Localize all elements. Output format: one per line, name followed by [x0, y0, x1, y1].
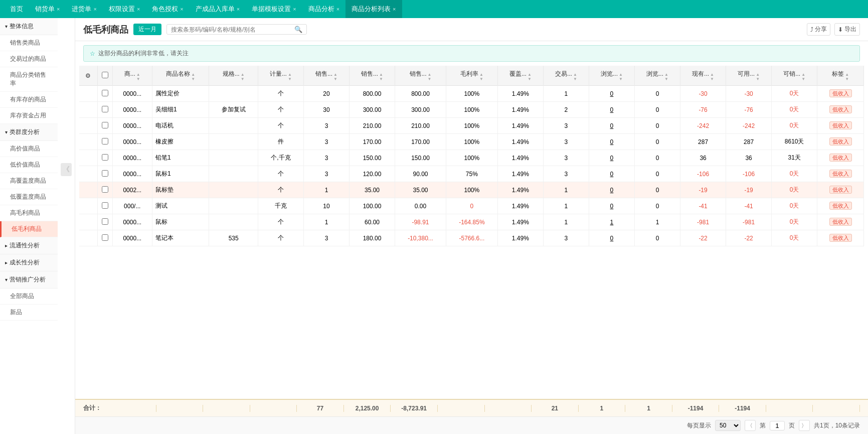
cell-available-stock: -41	[726, 198, 772, 214]
nav-item-product-entry[interactable]: 产成品入库单 ×	[190, 0, 246, 18]
col-settings[interactable]: ⚙	[79, 66, 97, 86]
col-code[interactable]: 商...▲▼	[112, 66, 152, 86]
cell-view1[interactable]: 0	[589, 102, 634, 118]
row-checkbox[interactable]	[102, 186, 108, 193]
close-icon[interactable]: ×	[57, 6, 60, 12]
search-input[interactable]	[171, 26, 294, 33]
search-icon: 🔍	[294, 26, 302, 33]
cell-view2: 0	[634, 182, 680, 198]
col-unit[interactable]: 计量...▲▼	[258, 66, 303, 86]
row-checkbox[interactable]	[102, 170, 108, 177]
per-page-select[interactable]: 50 100 200	[715, 420, 741, 431]
page-number-input[interactable]	[770, 421, 785, 430]
select-all-checkbox[interactable]	[102, 72, 108, 78]
share-button[interactable]: ⤴ 分享	[807, 23, 830, 36]
nav-item-roles[interactable]: 角色授权 ×	[146, 0, 189, 18]
col-saleable[interactable]: 可销...▲▼	[772, 66, 817, 86]
cell-sales-qty: 3	[303, 118, 349, 134]
close-icon[interactable]: ×	[393, 6, 396, 12]
sidebar-collapse-button[interactable]: 《	[61, 163, 72, 176]
nav-item-sales[interactable]: 销货单 ×	[29, 0, 66, 18]
cell-view1[interactable]: 0	[589, 198, 634, 214]
sidebar-group-cluster[interactable]: ▾ 类群度分析	[0, 124, 58, 141]
cell-settings	[79, 198, 97, 214]
sidebar-item-sales-goods[interactable]: 销售类商品	[0, 35, 58, 51]
close-icon[interactable]: ×	[137, 6, 140, 12]
nav-item-product-analysis-list[interactable]: 商品分析列表 ×	[345, 0, 402, 18]
close-icon[interactable]: ×	[180, 6, 183, 12]
cell-available-stock: -106	[726, 166, 772, 182]
close-icon[interactable]: ×	[336, 6, 339, 12]
close-icon[interactable]: ×	[237, 6, 240, 12]
sidebar-item-high-value[interactable]: 高价值商品	[0, 141, 58, 157]
col-view2[interactable]: 浏览...▲▼	[634, 66, 680, 86]
alert-icon: ☆	[90, 50, 95, 57]
sidebar-group-growth[interactable]: ▸ 成长性分析	[0, 254, 58, 271]
col-gross-margin[interactable]: 毛利率▲▼	[446, 66, 497, 86]
sidebar-item-low-margin[interactable]: 低毛利商品	[0, 221, 58, 237]
nav-item-home[interactable]: 首页	[4, 0, 29, 18]
nav-item-template[interactable]: 单据模板设置 ×	[246, 0, 302, 18]
sidebar-item-in-stock[interactable]: 有库存的商品	[0, 92, 58, 108]
cell-view1[interactable]: 0	[589, 86, 634, 102]
cell-coverage: 1.49%	[497, 150, 543, 166]
prev-page-button[interactable]: 〈	[745, 420, 756, 431]
sidebar-item-high-coverage[interactable]: 高覆盖度商品	[0, 173, 58, 189]
row-checkbox[interactable]	[102, 234, 108, 241]
main-content: 低毛利商品 近一月 🔍 ⤴ 分享 ⬇ 导出 ☆ 这部分商品的利润非常低，请关注	[75, 18, 868, 434]
col-coverage[interactable]: 覆盖...▲▼	[497, 66, 543, 86]
sidebar-group-overall[interactable]: ▾ 整体信息	[0, 18, 58, 35]
col-sales-price[interactable]: 销售...▲▼	[350, 66, 395, 86]
col-name[interactable]: 商品名称▲▼	[152, 66, 209, 86]
cell-code: 0000...	[112, 230, 152, 246]
cell-view1[interactable]: 0	[589, 230, 634, 246]
cell-view1[interactable]: 0	[589, 118, 634, 134]
cell-current-stock: -242	[680, 118, 726, 134]
footer-spacer2	[156, 405, 204, 412]
row-checkbox[interactable]	[102, 218, 108, 225]
close-icon[interactable]: ×	[93, 6, 96, 12]
close-icon[interactable]: ×	[293, 6, 296, 12]
cell-view1[interactable]: 0	[589, 134, 634, 150]
sidebar-item-category-rate[interactable]: 商品分类销售率	[0, 67, 58, 92]
table-header-row: ⚙ 商...▲▼ 商品名称▲▼ 规格...▲▼ 计量...▲▼ 销售...▲▼ …	[79, 66, 864, 86]
sidebar-group-marketing[interactable]: ▾ 营销推广分析	[0, 271, 58, 288]
nav-item-product-analysis[interactable]: 商品分析 ×	[302, 0, 345, 18]
col-sales-qty[interactable]: 销售...▲▼	[303, 66, 349, 86]
row-checkbox[interactable]	[102, 90, 108, 96]
nav-item-purchase[interactable]: 进货单 ×	[66, 0, 102, 18]
col-spec[interactable]: 规格...▲▼	[209, 66, 258, 86]
row-checkbox[interactable]	[102, 202, 108, 209]
cell-gross-margin: 100%	[446, 150, 497, 166]
next-page-button[interactable]: 〉	[799, 420, 810, 431]
footer-sales-qty: 77	[297, 405, 344, 412]
sidebar-item-capital[interactable]: 库存资金占用	[0, 108, 58, 124]
col-view1[interactable]: 浏览...▲▼	[589, 66, 634, 86]
row-checkbox[interactable]	[102, 122, 108, 128]
cell-view1[interactable]: 0	[589, 166, 634, 182]
sidebar-item-low-value[interactable]: 低价值商品	[0, 157, 58, 173]
row-checkbox[interactable]	[102, 106, 108, 112]
cell-sales-price: 35.00	[350, 182, 395, 198]
sidebar-item-high-margin[interactable]: 高毛利商品	[0, 205, 58, 221]
sidebar-group-marketing-items: 全部商品 新品	[0, 288, 58, 321]
sidebar-item-new-products[interactable]: 新品	[0, 305, 58, 321]
cell-sales-price: 170.00	[350, 134, 395, 150]
export-button[interactable]: ⬇ 导出	[834, 23, 860, 36]
sidebar-item-traded-goods[interactable]: 交易过的商品	[0, 51, 58, 67]
sidebar-item-low-coverage[interactable]: 低覆盖度商品	[0, 189, 58, 205]
row-checkbox[interactable]	[102, 154, 108, 161]
col-current-stock[interactable]: 现有...▲▼	[680, 66, 726, 86]
filter-button[interactable]: 近一月	[133, 24, 161, 35]
sidebar-item-all-products[interactable]: 全部商品	[0, 288, 58, 305]
col-available-stock[interactable]: 可用...▲▼	[726, 66, 772, 86]
col-trade[interactable]: 交易...▲▼	[543, 66, 589, 86]
sidebar-group-liquidity[interactable]: ▸ 流通性分析	[0, 237, 58, 254]
col-tag[interactable]: 标签▲▼	[817, 66, 864, 86]
nav-item-permissions[interactable]: 权限设置 ×	[103, 0, 146, 18]
row-checkbox[interactable]	[102, 138, 108, 144]
cell-view1[interactable]: 1	[589, 214, 634, 230]
col-sales-amount[interactable]: 销售...▲▼	[395, 66, 446, 86]
cell-view1[interactable]: 0	[589, 150, 634, 166]
cell-view1[interactable]: 0	[589, 182, 634, 198]
